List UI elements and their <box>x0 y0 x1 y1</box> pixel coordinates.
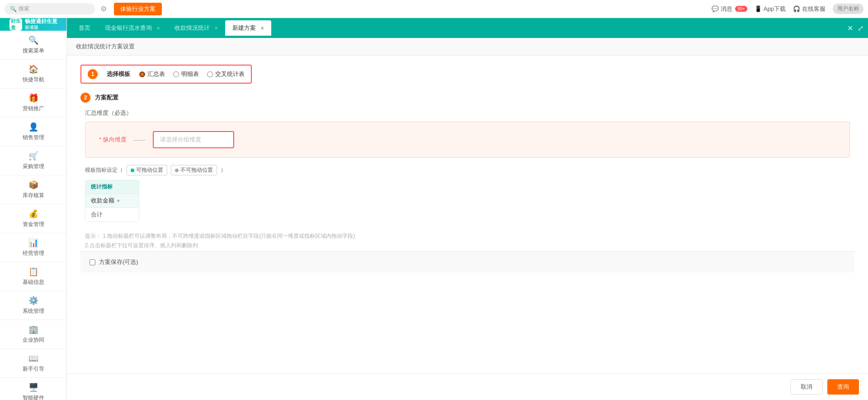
sidebar-item-search-menu[interactable]: 🔍 搜索菜单 <box>0 31 66 60</box>
sidebar-item-guide[interactable]: 📖 新手引导 <box>0 349 66 378</box>
step1-label: 选择模板 <box>107 70 130 78</box>
indicator-section: 模板指标设定（ 可拖动位置 不可拖动位置 ） <box>85 165 850 223</box>
sidebar-item-inventory[interactable]: 📦 库存核算 <box>0 175 66 204</box>
template-radio-group: 汇总表 明细表 交叉统计表 <box>139 70 245 78</box>
main-layout: 好生意 畅捷通好生意 标准版 🔍 搜索菜单 🏠 快捷导航 🎁 营销推广 👤 销售… <box>0 18 868 400</box>
sidebar-item-operations[interactable]: 📊 经营管理 <box>0 233 66 262</box>
sidebar-item-hardware[interactable]: 🖥️ 智能硬件 <box>0 378 66 400</box>
logo-text: 畅捷通好生意 <box>25 18 57 24</box>
header-right-actions: 💬 消息 99+ 📱 App下载 🎧 在线客服 用户名称 <box>712 4 863 14</box>
tab-new-plan-label: 新建方案 <box>232 24 256 32</box>
tab-close-icon[interactable]: ✕ <box>847 24 853 33</box>
drag-tag: 可拖动位置 <box>127 165 167 175</box>
service-action[interactable]: 🎧 在线客服 <box>793 5 826 13</box>
quick-nav-icon: 🏠 <box>28 64 38 74</box>
sidebar-item-label: 营销推广 <box>23 105 44 113</box>
sidebar-item-marketing[interactable]: 🎁 营销推广 <box>0 89 66 118</box>
dimension-selector[interactable]: 请选择分组维度 <box>153 131 234 148</box>
sidebar-item-finance[interactable]: 💰 资金管理 <box>0 204 66 233</box>
step2-badge: 2 <box>80 93 90 103</box>
message-action[interactable]: 💬 消息 99+ <box>712 5 747 13</box>
inventory-icon: 📦 <box>28 180 38 190</box>
drag-dot <box>131 169 134 172</box>
drag-label: 可拖动位置 <box>136 166 163 174</box>
save-checkbox[interactable] <box>90 259 95 265</box>
sidebar-item-label: 资金管理 <box>23 221 44 228</box>
save-section: 方案保存(可选) <box>80 251 854 273</box>
sidebar-item-label: 智能硬件 <box>23 394 44 400</box>
sidebar-item-label: 搜索菜单 <box>23 47 44 55</box>
sidebar-item-label: 系统管理 <box>23 307 44 315</box>
sidebar-item-label: 基础信息 <box>23 278 44 286</box>
user-avatar[interactable]: 用户名称 <box>833 4 863 14</box>
radio-summary[interactable]: 汇总表 <box>139 70 165 78</box>
tab-home[interactable]: 首页 <box>71 20 98 36</box>
gear-icon[interactable]: ⚙ <box>100 5 107 13</box>
message-badge: 99+ <box>735 6 747 12</box>
no-drag-label: 不可拖动位置 <box>180 166 213 174</box>
step2-label: 方案配置 <box>95 94 118 102</box>
indicator-title-end: ） <box>221 166 226 174</box>
tab-bank-flow-label: 现金银行流水查询 <box>105 24 152 32</box>
download-icon: 📱 <box>755 5 762 12</box>
content-area: 收款情况统计方案设置 1 选择模板 汇总表 <box>67 38 868 400</box>
sidebar-logo: 好生意 畅捷通好生意 标准版 <box>0 18 66 31</box>
radio-cross-label: 交叉统计表 <box>215 70 245 78</box>
stats-table-header: 统计指标 <box>85 180 139 194</box>
radio-summary-label: 汇总表 <box>147 70 165 78</box>
tab-bank-flow[interactable]: 现金银行流水查询 ✕ <box>98 20 167 36</box>
search-menu-icon: 🔍 <box>28 35 38 45</box>
query-button[interactable]: 查询 <box>827 379 859 395</box>
radio-cross-input[interactable] <box>207 71 213 77</box>
trial-button[interactable]: 体验行业方案 <box>114 3 162 15</box>
tips-section: 提示： 1.拖动标题栏可以调整布局，不可跨维度或指标区域拖动栏目字段(只能在同一… <box>85 232 850 249</box>
template-selector: 1 选择模板 汇总表 明细表 <box>80 65 252 84</box>
tip2: 2.点击标题栏下拉可设置排序、插入列和删除列 <box>85 242 850 249</box>
dimension-area: * 纵向维度 —— 请选择分组维度 <box>85 122 850 158</box>
tab-collection-stats[interactable]: 收款情况统计 ✕ <box>167 20 225 36</box>
sidebar-item-quick-nav[interactable]: 🏠 快捷导航 <box>0 60 66 89</box>
tab-new-plan-close[interactable]: ✕ <box>260 26 264 31</box>
search-bar[interactable]: 🔍 搜索 <box>5 3 95 14</box>
sidebar-item-label: 库存核算 <box>23 192 44 199</box>
step1-row: 1 选择模板 汇总表 明细表 <box>80 65 854 84</box>
radio-detail[interactable]: 明细表 <box>173 70 199 78</box>
chevron-down-icon[interactable]: ▾ <box>117 198 120 204</box>
tab-maximize-icon[interactable]: ⤢ <box>858 24 863 33</box>
download-action[interactable]: 📱 App下载 <box>755 5 786 13</box>
stats-table-cell[interactable]: 收款金额 ▾ <box>85 194 139 207</box>
cancel-button[interactable]: 取消 <box>790 379 823 395</box>
service-label: 在线客服 <box>802 5 826 13</box>
sidebar-item-label: 采购管理 <box>23 163 44 170</box>
stats-table-sub: 合计 <box>85 207 139 221</box>
sidebar-item-enterprise[interactable]: 🏢 企业协同 <box>0 320 66 349</box>
indicator-title: 模板指标设定（ <box>85 166 123 174</box>
save-label[interactable]: 方案保存(可选) <box>99 258 138 266</box>
system-icon: ⚙️ <box>28 296 38 306</box>
form-section: 1 选择模板 汇总表 明细表 <box>67 56 868 282</box>
sidebar-item-purchase[interactable]: 🛒 采购管理 <box>0 146 66 175</box>
tab-actions: ✕ ⤢ <box>847 24 863 33</box>
search-icon: 🔍 <box>10 6 17 12</box>
step1-badge: 1 <box>88 69 98 79</box>
dim-arrow: —— <box>134 136 146 143</box>
tab-collection-stats-close[interactable]: ✕ <box>214 26 218 31</box>
radio-summary-input[interactable] <box>139 71 145 77</box>
tip1: 提示： 1.拖动标题栏可以调整布局，不可跨维度或指标区域拖动栏目字段(只能在同一… <box>85 232 850 240</box>
radio-detail-input[interactable] <box>173 71 179 77</box>
tab-new-plan[interactable]: 新建方案 ✕ <box>225 20 271 36</box>
sidebar-item-system[interactable]: ⚙️ 系统管理 <box>0 291 66 320</box>
no-drag-tag: 不可拖动位置 <box>171 165 217 175</box>
purchase-icon: 🛒 <box>28 151 38 161</box>
sidebar-item-basic-info[interactable]: 📋 基础信息 <box>0 262 66 291</box>
sidebar-item-sales[interactable]: 👤 销售管理 <box>0 118 66 146</box>
service-icon: 🎧 <box>793 5 800 12</box>
tab-bank-flow-close[interactable]: ✕ <box>156 26 160 31</box>
radio-cross[interactable]: 交叉统计表 <box>207 70 245 78</box>
download-label: App下载 <box>764 5 786 13</box>
sidebar-item-label: 新手引导 <box>23 365 44 373</box>
marketing-icon: 🎁 <box>28 93 38 103</box>
stats-cell-text: 收款金额 <box>91 197 114 205</box>
dimension-title: 汇总维度（必选） <box>85 109 854 117</box>
hardware-icon: 🖥️ <box>28 382 38 392</box>
